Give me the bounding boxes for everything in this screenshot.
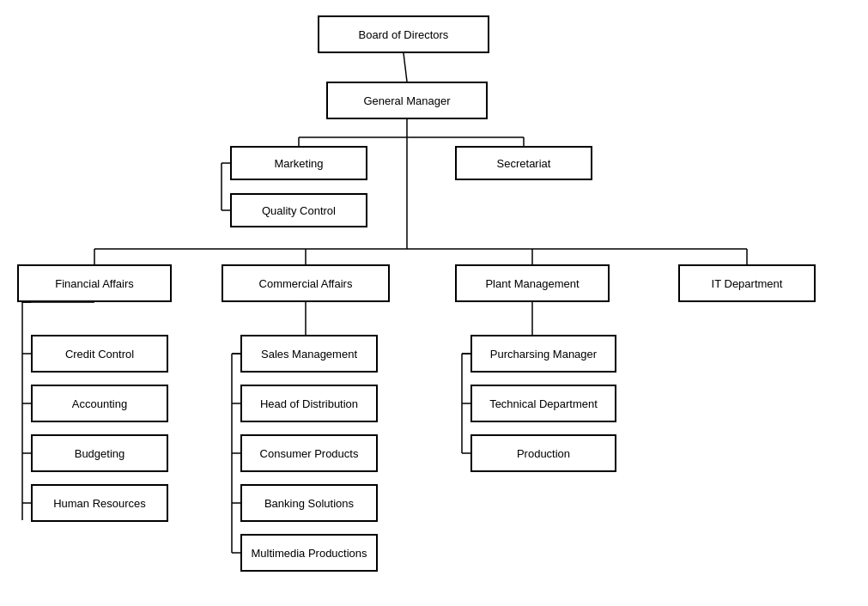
board-node: Board of Directors xyxy=(318,15,489,53)
technical-node: Technical Department xyxy=(470,385,616,422)
secretariat-node: Secretariat xyxy=(455,146,592,180)
it-node: IT Department xyxy=(678,264,816,302)
commercial-node: Commercial Affairs xyxy=(222,264,390,302)
svg-line-0 xyxy=(404,53,407,82)
plant-node: Plant Management xyxy=(455,264,610,302)
budgeting-node: Budgeting xyxy=(31,434,168,472)
quality-node: Quality Control xyxy=(230,193,367,227)
org-chart: Board of Directors General Manager Marke… xyxy=(0,0,868,606)
purchasing-node: Purcharsing Manager xyxy=(470,335,616,373)
consumer-node: Consumer Products xyxy=(240,434,378,472)
banking-node: Banking Solutions xyxy=(240,484,378,522)
production-node: Production xyxy=(470,434,616,472)
credit-node: Credit Control xyxy=(31,335,168,373)
gm-node: General Manager xyxy=(326,82,488,119)
distribution-node: Head of Distribution xyxy=(240,385,378,422)
accounting-node: Accounting xyxy=(31,385,168,422)
financial-node: Financial Affairs xyxy=(17,264,172,302)
hr-node: Human Resources xyxy=(31,484,168,522)
sales-node: Sales Management xyxy=(240,335,378,373)
marketing-node: Marketing xyxy=(230,146,367,180)
multimedia-node: Multimedia Productions xyxy=(240,534,378,572)
